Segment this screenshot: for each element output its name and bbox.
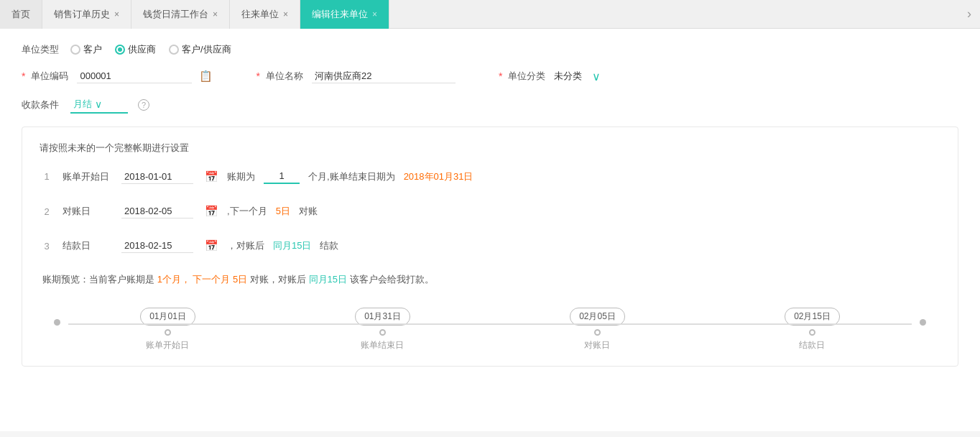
radio-both[interactable]: 客户/供应商: [169, 43, 231, 56]
timeline-label-2: 账单结束日: [361, 339, 404, 351]
tab-partner-units-label: 往来单位: [241, 8, 279, 21]
row-2-desc-suffix: 对账: [299, 205, 318, 218]
unit-category-value: 未分类: [554, 70, 582, 83]
timeline-start-dot: [54, 319, 60, 326]
unit-category-label: 单位分类: [508, 70, 545, 83]
row-1-num: 1: [40, 171, 54, 182]
radio-customer-circle: [70, 45, 80, 55]
preview-period: 1个月，: [157, 274, 190, 285]
timeline-end: [920, 308, 926, 326]
unit-code-calendar-icon[interactable]: 📋: [199, 70, 213, 83]
preview-payment-day: 同月15日: [309, 274, 347, 285]
preview-tail: 该客户会给我打款。: [350, 274, 434, 285]
tab-home-label: 首页: [11, 8, 30, 21]
data-row-3: 3 结款日 2018-02-15 📅 ，对账后 同月15日 结款: [40, 239, 940, 253]
timeline-end-dot: [920, 319, 926, 326]
preview-text: 账期预览：当前客户账期是 1个月， 下一个月 5日 对账，对账后 同月15日 该…: [40, 273, 940, 286]
timeline-container: 01月01日 账单开始日 01月31日 账单结束日 02月05日 对账: [40, 308, 940, 351]
unit-type-label: 单位类型: [22, 43, 59, 56]
row-3-date: 2018-02-15: [121, 239, 193, 253]
unit-type-radio-group: 客户 供应商 客户/供应商: [70, 43, 231, 56]
timeline-points: 01月01日 账单开始日 01月31日 账单结束日 02月05日 对账: [60, 308, 920, 351]
row-3-calendar-icon[interactable]: 📅: [205, 239, 218, 252]
row-1-highlight-date: 2018年01月31日: [404, 170, 473, 183]
radio-supplier[interactable]: 供应商: [115, 43, 156, 56]
preview-reconcile-suffix: 对账，对账后: [250, 274, 306, 285]
row-2-label: 对账日: [63, 205, 113, 218]
radio-customer[interactable]: 客户: [70, 43, 102, 56]
timeline-point-3: 02月05日 对账日: [570, 308, 625, 351]
timeline-dot-1: [165, 329, 171, 336]
tab-partner-units[interactable]: 往来单位 ×: [230, 0, 300, 29]
timeline-point-2: 01月31日 账单结束日: [355, 308, 410, 351]
timeline-dot-3: [594, 329, 601, 336]
tab-partner-units-close[interactable]: ×: [283, 9, 288, 19]
row-1-label: 账单开始日: [63, 170, 113, 183]
unit-details-row: * 单位编码 📋 * 单位名称 * 单位分类 未分类 ∨: [22, 69, 958, 83]
tab-home[interactable]: 首页: [0, 0, 42, 29]
unit-code-star: *: [22, 70, 25, 82]
tab-edit-partner-label: 编辑往来单位: [312, 8, 368, 21]
unit-name-label: 单位名称: [266, 70, 303, 83]
unit-type-row: 单位类型 客户 供应商 客户/供应商: [22, 43, 958, 56]
timeline-line: [68, 323, 912, 325]
unit-name-group: * 单位名称: [256, 69, 455, 83]
settings-card: 请按照未来的一个完整帐期进行设置 1 账单开始日 2018-01-01 📅 账期…: [22, 126, 958, 367]
payment-help-icon[interactable]: ?: [138, 99, 149, 111]
tab-edit-partner-close[interactable]: ×: [372, 9, 377, 19]
row-2-num: 2: [40, 206, 54, 217]
payment-condition-label: 收款条件: [22, 98, 59, 111]
tab-cash-workbench[interactable]: 钱货日清工作台 ×: [131, 0, 230, 29]
row-1-desc-prefix: 账期为: [227, 170, 255, 183]
row-1-calendar-icon[interactable]: 📅: [205, 170, 218, 183]
row-3-desc-prefix: ，对账后: [227, 239, 264, 252]
timeline-point-1: 01月01日 账单开始日: [140, 308, 195, 351]
radio-customer-label: 客户: [83, 43, 102, 56]
timeline-point-4: 02月15日 结款日: [785, 308, 840, 351]
data-row-2: 2 对账日 2018-02-05 📅 ,下一个月 5日 对账: [40, 204, 940, 218]
tab-sales-history-label: 销售订单历史: [54, 8, 110, 21]
tab-sales-history-close[interactable]: ×: [114, 9, 119, 19]
unit-category-star: *: [499, 70, 502, 82]
timeline-label-1: 账单开始日: [146, 339, 189, 351]
payment-dropdown-chevron: ∨: [95, 98, 102, 110]
timeline-dot-2: [379, 329, 386, 336]
row-2-calendar-icon[interactable]: 📅: [205, 205, 218, 218]
unit-code-label: 单位编码: [31, 70, 68, 83]
row-1-desc-suffix: 个月,账单结束日期为: [308, 170, 395, 183]
row-2-desc-prefix: ,下一个月: [227, 205, 267, 218]
radio-supplier-label: 供应商: [128, 43, 156, 56]
row-3-num: 3: [40, 241, 54, 252]
payment-condition-value: 月结: [73, 98, 92, 111]
tab-edit-partner[interactable]: 编辑往来单位 ×: [300, 0, 389, 29]
preview-label: 账期预览：当前客户账期是: [42, 274, 154, 285]
unit-category-dropdown-icon[interactable]: ∨: [592, 70, 601, 83]
payment-condition-dropdown[interactable]: 月结 ∨: [70, 96, 128, 114]
radio-supplier-circle: [115, 45, 125, 55]
radio-both-circle: [169, 45, 179, 55]
tab-cash-workbench-close[interactable]: ×: [213, 9, 218, 19]
period-input[interactable]: [264, 169, 300, 184]
tab-sales-history[interactable]: 销售订单历史 ×: [42, 0, 131, 29]
timeline: 01月01日 账单开始日 01月31日 账单结束日 02月05日 对账: [54, 308, 926, 351]
timeline-start: [54, 308, 60, 326]
timeline-label-3: 对账日: [584, 339, 610, 351]
row-3-desc-suffix: 结款: [320, 239, 338, 252]
row-2-date: 2018-02-05: [121, 204, 193, 218]
timeline-dot-4: [809, 329, 815, 336]
tab-cash-workbench-label: 钱货日清工作台: [143, 8, 208, 21]
tab-more-button[interactable]: ›: [958, 6, 980, 22]
preview-reconcile-prefix: 下一个月: [193, 274, 230, 285]
unit-code-group: * 单位编码 📋: [22, 69, 213, 83]
unit-name-input[interactable]: [312, 69, 456, 83]
row-3-label: 结款日: [63, 239, 113, 252]
unit-category-group: * 单位分类 未分类 ∨: [499, 70, 601, 83]
data-row-1: 1 账单开始日 2018-01-01 📅 账期为 个月,账单结束日期为 2018…: [40, 169, 940, 184]
radio-supplier-dot: [118, 47, 122, 52]
unit-code-input[interactable]: [77, 69, 192, 83]
row-1-date: 2018-01-01: [121, 170, 193, 184]
row-3-highlight-day: 同月15日: [273, 239, 311, 252]
main-content: 单位类型 客户 供应商 客户/供应商 * 单位编码 📋: [0, 29, 980, 431]
tab-bar: 首页 销售订单历史 × 钱货日清工作台 × 往来单位 × 编辑往来单位 × ›: [0, 0, 980, 29]
timeline-label-4: 结款日: [799, 339, 825, 351]
